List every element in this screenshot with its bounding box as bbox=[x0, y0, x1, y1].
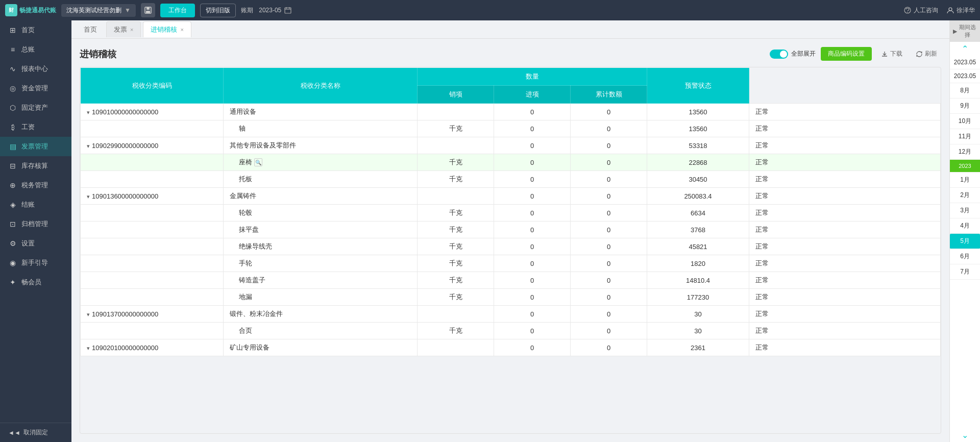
period-item[interactable]: 10月 bbox=[950, 114, 980, 129]
total-cell: 53318 bbox=[647, 137, 749, 154]
sidebar-label-member: 畅会员 bbox=[21, 278, 41, 287]
salary-icon: ₿ bbox=[8, 122, 17, 132]
tab-invoice-close[interactable]: × bbox=[130, 27, 133, 33]
expand-icon[interactable]: ▾ bbox=[87, 311, 90, 317]
scroll-up-button[interactable]: ⌃ bbox=[950, 42, 980, 56]
sidebar-label-tax: 税务管理 bbox=[21, 181, 48, 190]
unit-cell: 千克 bbox=[418, 289, 494, 306]
switch-version-button[interactable]: 切到旧版 bbox=[200, 4, 236, 17]
period-item[interactable]: 1月 bbox=[950, 173, 980, 188]
download-button[interactable]: 下载 bbox=[877, 47, 906, 60]
unit-cell: 千克 bbox=[418, 154, 494, 171]
user-info: 徐泽华 bbox=[946, 6, 975, 15]
tax-name-cell: 轴 bbox=[224, 120, 418, 137]
period-item[interactable]: 3月 bbox=[950, 203, 980, 218]
tab-reconcile[interactable]: 进销稽核 × bbox=[143, 21, 191, 37]
logo-icon: 财 bbox=[5, 4, 17, 16]
tax-code-cell bbox=[81, 323, 224, 339]
period-item[interactable]: 6月 bbox=[950, 249, 980, 264]
period-item[interactable]: 4月 bbox=[950, 218, 980, 234]
search-cell-icon[interactable]: 🔍 bbox=[254, 158, 262, 166]
tab-home[interactable]: 首页 bbox=[77, 22, 104, 37]
tax-name-value: 座椅 bbox=[239, 158, 252, 167]
purchase-cell: 0 bbox=[571, 154, 647, 171]
period-item[interactable]: 7月 bbox=[950, 264, 980, 280]
table-row: ▾109013700000000000锻件、粉末冶金件0030正常 bbox=[81, 306, 941, 323]
sales-cell: 0 bbox=[494, 238, 571, 255]
save-button[interactable] bbox=[141, 3, 155, 17]
sidebar-item-guide[interactable]: ◉新手引导 bbox=[0, 253, 71, 273]
svg-rect-3 bbox=[285, 8, 291, 13]
col-purchase: 进项 bbox=[494, 86, 571, 104]
sidebar-item-archive[interactable]: ⊡归档管理 bbox=[0, 214, 71, 234]
dropdown-arrow-icon: ▼ bbox=[125, 7, 131, 14]
ledger-icon: ≡ bbox=[8, 45, 17, 54]
refresh-button[interactable]: 刷新 bbox=[912, 47, 941, 60]
product-code-button[interactable]: 商品编码设置 bbox=[821, 47, 872, 61]
status-cell: 正常 bbox=[749, 238, 941, 255]
period-item[interactable]: 2023.05 bbox=[950, 56, 980, 69]
col-quantity: 数量 bbox=[418, 68, 647, 86]
sidebar-label-funds: 资金管理 bbox=[21, 84, 48, 93]
sidebar-item-settle[interactable]: ◈结账 bbox=[0, 195, 71, 214]
table-row: 轴千克0013560正常 bbox=[81, 120, 941, 137]
sales-cell: 0 bbox=[494, 154, 571, 171]
tab-reconcile-close[interactable]: × bbox=[180, 27, 183, 33]
total-cell: 6634 bbox=[647, 205, 749, 222]
period-item[interactable]: 2023.05 bbox=[950, 69, 980, 83]
purchase-cell: 0 bbox=[571, 104, 647, 120]
period-item[interactable]: 11月 bbox=[950, 129, 980, 144]
toggle-expand-all[interactable]: 全部展开 bbox=[770, 50, 816, 59]
sidebar-item-ledger[interactable]: ≡总账 bbox=[0, 40, 71, 59]
table-row: 托板千克0030450正常 bbox=[81, 171, 941, 188]
sidebar-item-settings[interactable]: ⚙设置 bbox=[0, 234, 71, 253]
unit-cell bbox=[418, 137, 494, 154]
col-sales: 销项 bbox=[418, 86, 494, 104]
toggle-switch[interactable] bbox=[770, 50, 788, 59]
support-button[interactable]: 人工咨询 bbox=[903, 6, 938, 15]
scroll-down-button[interactable]: ⌄ bbox=[950, 428, 980, 442]
period-item[interactable]: 9月 bbox=[950, 99, 980, 114]
sales-cell: 0 bbox=[494, 272, 571, 289]
tax-name-cell: 合页 bbox=[224, 323, 418, 339]
invoice-mgmt-icon: ▤ bbox=[8, 142, 17, 151]
sidebar-item-funds[interactable]: ◎资金管理 bbox=[0, 79, 71, 98]
sidebar-item-home[interactable]: ⊞首页 bbox=[0, 20, 71, 40]
sidebar-item-tax[interactable]: ⊕税务管理 bbox=[0, 176, 71, 195]
period-item[interactable]: 8月 bbox=[950, 83, 980, 99]
period-list: 2023.052023.058月9月10月11月12月20231月2月3月4月5… bbox=[950, 56, 980, 428]
sidebar-label-settle: 结账 bbox=[21, 200, 35, 209]
status-cell: 正常 bbox=[749, 272, 941, 289]
expand-icon[interactable]: ▾ bbox=[87, 345, 90, 351]
table-row: 铸造盖子千克0014810.4正常 bbox=[81, 272, 941, 289]
sidebar-item-fixed-assets[interactable]: ⬡固定资产 bbox=[0, 98, 71, 117]
tab-invoice[interactable]: 发票 × bbox=[106, 21, 141, 37]
right-panel: ▶ 期间选择 ⌃ 2023.052023.058月9月10月11月12月2023… bbox=[949, 20, 980, 442]
sidebar-label-archive: 归档管理 bbox=[21, 219, 48, 229]
sidebar-item-report[interactable]: ∿报表中心 bbox=[0, 59, 71, 79]
tax-name-cell: 轮毂 bbox=[224, 205, 418, 222]
unit-cell: 千克 bbox=[418, 255, 494, 272]
status-cell: 正常 bbox=[749, 104, 941, 120]
table-row: ▾109010000000000000通用设备0013560正常 bbox=[81, 104, 941, 120]
unit-cell bbox=[418, 188, 494, 205]
period-selector-header[interactable]: ▶ 期间选择 bbox=[950, 20, 980, 42]
table-row: ▾109020100000000000矿山专用设备002361正常 bbox=[81, 339, 941, 356]
sidebar-item-inventory[interactable]: ⊟库存核算 bbox=[0, 156, 71, 176]
expand-icon[interactable]: ▾ bbox=[87, 193, 90, 200]
company-selector[interactable]: 沈海英测试经营勿删 ▼ bbox=[61, 4, 136, 17]
table-row: 抹平盘千克003768正常 bbox=[81, 222, 941, 238]
expand-icon[interactable]: ▾ bbox=[87, 109, 90, 115]
period-item[interactable]: 2023 bbox=[950, 160, 980, 173]
tax-code-cell: ▾109013600000000000 bbox=[81, 188, 224, 205]
sidebar-item-salary[interactable]: ₿工资 bbox=[0, 117, 71, 137]
cancel-pin-button[interactable]: ◄◄ 取消固定 bbox=[0, 423, 71, 442]
svg-rect-2 bbox=[146, 11, 150, 13]
expand-icon[interactable]: ▾ bbox=[87, 143, 90, 149]
sidebar-item-invoice-mgmt[interactable]: ▤发票管理 bbox=[0, 137, 71, 156]
period-item[interactable]: 2月 bbox=[950, 188, 980, 203]
workbench-button[interactable]: 工作台 bbox=[160, 4, 195, 17]
period-item[interactable]: 5月 bbox=[950, 234, 980, 249]
period-item[interactable]: 12月 bbox=[950, 144, 980, 160]
sidebar-item-member[interactable]: ✦畅会员 bbox=[0, 273, 71, 292]
